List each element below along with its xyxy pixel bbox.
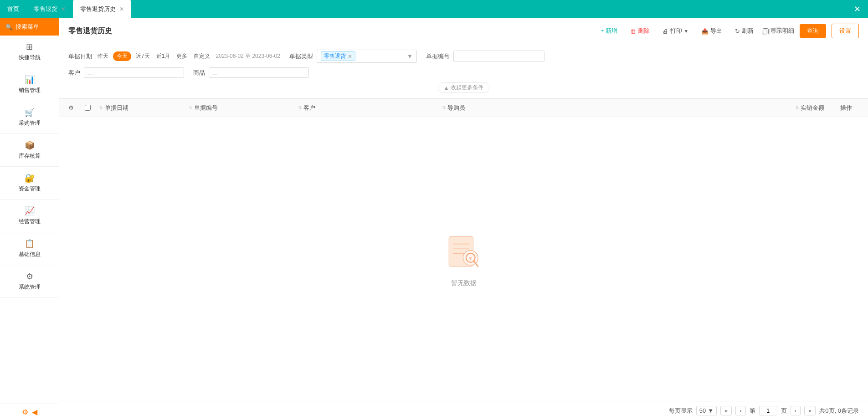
page-header: 零售退货历史 + 新增 🗑 删除 🖨 打印 ▼ 📤 导出 ↻ <box>59 18 868 44</box>
sidebar-item-system[interactable]: ⚙ 系统管理 <box>0 265 59 298</box>
customer-filter-label: 客户 <box>68 69 80 77</box>
top-bar: 首页 零售退货 ✕ 零售退货历史 ✕ ✕ <box>0 0 868 18</box>
th-action: 操作 <box>828 104 864 112</box>
number-filter-label: 单据编号 <box>426 52 450 61</box>
type-tag-close[interactable]: ✕ <box>348 53 352 60</box>
purchase-icon: 🛒 <box>25 108 35 118</box>
quick-nav-icon: ⊞ <box>26 42 33 52</box>
refresh-button[interactable]: ↻ 刷新 <box>731 25 757 37</box>
goods-select[interactable]: ... <box>209 67 309 78</box>
system-icon: ⚙ <box>26 271 33 282</box>
sidebar-search[interactable]: 🔍 搜索菜单 <box>0 18 59 36</box>
sidebar-item-sales-label: 销售管理 <box>19 87 41 94</box>
tab-retail-return[interactable]: 零售退货 ✕ <box>26 0 73 18</box>
sidebar: 🔍 搜索菜单 ⊞ 快捷导航 📊 销售管理 🛒 采购管理 📦 库存核算 🔐 资金管… <box>0 18 59 420</box>
sidebar-item-operation-label: 经营管理 <box>19 218 41 225</box>
shortcut-7days[interactable]: 近7天 <box>134 51 152 61</box>
sidebar-item-quick-nav[interactable]: ⊞ 快捷导航 <box>0 36 59 68</box>
th-settings[interactable]: ⚙ <box>63 104 79 111</box>
collapse-bar: ▲ 收起更多条件 <box>68 82 859 93</box>
print-button[interactable]: 🖨 打印 ▼ <box>659 25 692 37</box>
sidebar-item-quick-nav-label: 快捷导航 <box>19 54 41 61</box>
th-number: ⇅ 单据编号 <box>185 104 295 112</box>
empty-state: ? 暂无数据 <box>59 117 868 401</box>
show-detail-checkbox-label: 显示明细 <box>763 27 794 35</box>
sidebar-item-finance[interactable]: 🔐 资金管理 <box>0 167 59 200</box>
type-tag: 零售退货 ✕ <box>321 51 355 61</box>
empty-illustration: ? <box>441 231 487 272</box>
settings-bottom-icon[interactable]: ⚙ <box>22 408 28 416</box>
filter-type: 单据类型 零售退货 ✕ ▼ <box>289 50 417 63</box>
th-guide-sort-icon: ⇅ <box>442 105 446 110</box>
number-filter-input[interactable] <box>453 51 544 62</box>
first-page-button[interactable]: « <box>720 406 732 415</box>
settings-button[interactable]: 设置 <box>832 24 859 38</box>
window-close-button[interactable]: ✕ <box>847 4 868 14</box>
customer-placeholder: ... <box>88 69 93 76</box>
shortcut-1month[interactable]: 近1月 <box>154 51 172 61</box>
th-number-label: 单据编号 <box>194 104 218 112</box>
filter-row-1: 单据日期 昨天 今天 近7天 近1月 更多 自定义 2023-06-02 至 2… <box>68 50 859 63</box>
th-customer: ⇅ 客户 <box>294 104 438 112</box>
sales-icon: 📊 <box>25 75 35 85</box>
sidebar-item-basic[interactable]: 📋 基础信息 <box>0 232 59 265</box>
page-number-input[interactable] <box>759 406 777 415</box>
per-page-select[interactable]: 50 ▼ <box>696 406 717 415</box>
type-tag-label: 零售退货 <box>324 52 346 60</box>
shortcut-more[interactable]: 更多 <box>175 51 189 61</box>
tab-retail-return-close[interactable]: ✕ <box>61 6 66 12</box>
shortcut-today[interactable]: 今天 <box>113 51 131 61</box>
shortcut-yesterday[interactable]: 昨天 <box>96 51 110 61</box>
export-button[interactable]: 📤 导出 <box>698 25 726 37</box>
select-all-checkbox[interactable] <box>85 105 91 111</box>
new-button[interactable]: + 新增 <box>597 25 621 37</box>
sidebar-bottom: ⚙ ◀ <box>0 404 59 420</box>
query-button[interactable]: 查询 <box>800 24 826 38</box>
date-shortcuts: 昨天 今天 近7天 近1月 更多 自定义 <box>96 51 212 61</box>
search-icon: 🔍 <box>5 24 13 31</box>
export-label: 导出 <box>710 27 722 35</box>
tab-home[interactable]: 首页 <box>0 0 26 18</box>
main-layout: 🔍 搜索菜单 ⊞ 快捷导航 📊 销售管理 🛒 采购管理 📦 库存核算 🔐 资金管… <box>0 18 868 420</box>
content-area: 零售退货历史 + 新增 🗑 删除 🖨 打印 ▼ 📤 导出 ↻ <box>59 18 868 420</box>
svg-text:?: ? <box>469 256 472 261</box>
sidebar-item-purchase-label: 采购管理 <box>19 119 41 127</box>
sidebar-item-sales[interactable]: 📊 销售管理 <box>0 68 59 101</box>
collapse-sidebar-icon[interactable]: ◀ <box>32 408 37 416</box>
sidebar-search-label: 搜索菜单 <box>15 23 39 31</box>
customer-select[interactable]: ... <box>84 67 184 78</box>
th-check[interactable] <box>79 105 96 111</box>
show-detail-checkbox[interactable] <box>763 28 769 34</box>
sidebar-item-purchase[interactable]: 🛒 采购管理 <box>0 101 59 134</box>
delete-label: 删除 <box>638 27 650 35</box>
print-label: 打印 <box>670 27 682 35</box>
filter-number: 单据编号 <box>426 51 544 62</box>
type-select[interactable]: 零售退货 ✕ ▼ <box>317 50 417 63</box>
prev-page-button[interactable]: ‹ <box>735 406 745 415</box>
shortcut-custom[interactable]: 自定义 <box>192 51 212 61</box>
show-detail-label: 显示明细 <box>770 27 794 35</box>
th-amount-sort-icon: ⇅ <box>795 105 799 110</box>
th-date-label: 单据日期 <box>105 104 128 112</box>
date-range-value: 2023-06-02 至 2023-06-02 <box>216 52 280 60</box>
sidebar-item-operation[interactable]: 📈 经营管理 <box>0 200 59 232</box>
th-action-label: 操作 <box>840 104 852 112</box>
tab-retail-return-history-close[interactable]: ✕ <box>119 6 124 12</box>
table-container: ⚙ ⇅ 单据日期 ⇅ 单据编号 ⇅ 客户 ⇅ 导购员 <box>59 99 868 401</box>
per-page-label: 每页显示 <box>669 407 693 415</box>
delete-button[interactable]: 🗑 删除 <box>627 25 653 37</box>
filter-date: 单据日期 昨天 今天 近7天 近1月 更多 自定义 2023-06-02 至 2… <box>68 51 280 61</box>
tab-retail-return-history-label: 零售退货历史 <box>80 5 116 13</box>
next-page-button[interactable]: › <box>791 406 801 415</box>
empty-text: 暂无数据 <box>451 279 477 287</box>
tab-retail-return-history[interactable]: 零售退货历史 ✕ <box>73 0 131 18</box>
date-filter-label: 单据日期 <box>68 52 92 61</box>
toolbar: + 新增 🗑 删除 🖨 打印 ▼ 📤 导出 ↻ 刷新 <box>597 24 859 38</box>
finance-icon: 🔐 <box>25 173 35 183</box>
delete-icon: 🗑 <box>630 28 636 35</box>
sidebar-item-inventory[interactable]: 📦 库存核算 <box>0 134 59 167</box>
collapse-button[interactable]: ▲ 收起更多条件 <box>438 82 490 93</box>
last-page-button[interactable]: » <box>804 406 816 415</box>
page-title: 零售退货历史 <box>68 26 112 36</box>
collapse-icon: ▲ <box>444 85 449 91</box>
